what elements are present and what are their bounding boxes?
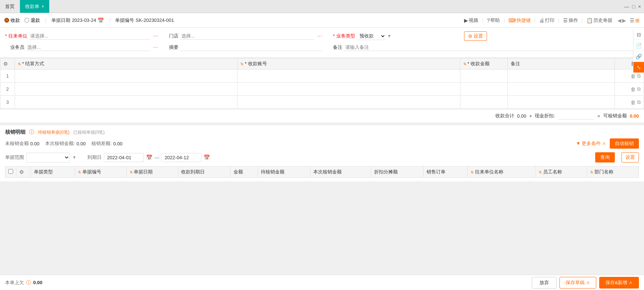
discount-input[interactable] [558,112,594,119]
unverified-label: 未核销金额 [5,140,29,147]
verifiable-value: 0.00 [630,113,639,119]
row3-settlement[interactable] [15,96,237,109]
row2-copy-btn[interactable]: ⧉ [637,86,641,92]
select-all-checkbox[interactable] [8,169,13,174]
sort-amount-icon[interactable]: ⇅ [463,62,466,66]
filter-settings-btn[interactable]: 设置 [621,152,639,162]
row1-delete-btn[interactable]: 🗑 [631,73,636,79]
row3-account[interactable] [237,96,460,109]
business-type-select[interactable]: 预收款 [357,32,386,40]
th-doc-number: ⇅ 单据编号 [75,166,126,178]
right-panel-doc-icon[interactable]: 📄 [633,40,644,51]
column-settings-icon[interactable]: ⚙ [3,61,8,67]
row2-delete-btn[interactable]: 🗑 [631,86,636,92]
auto-verify-btn[interactable]: 自动核销 [610,138,639,149]
row3-amount[interactable] [460,96,507,109]
sort-dept-icon[interactable]: ⇅ [590,170,593,174]
query-btn[interactable]: 查询 [595,152,615,162]
date-icon[interactable]: 📅 [98,17,104,23]
info-icon[interactable]: ⓘ [29,129,34,136]
more-filters-btn[interactable]: ▼ 更多条件 ∧ [576,140,606,147]
window-maximize-btn[interactable]: □ [632,4,635,9]
date-from-calendar-icon[interactable]: 📅 [146,154,152,160]
save-draft-btn[interactable]: 保存草稿 ∧ [559,277,596,289]
number-label: 单据编号 [115,17,134,24]
staff-input[interactable] [26,44,150,51]
refund-radio[interactable] [24,18,29,23]
th-amount: ⇅ * 收款金额 [460,58,507,70]
shortcut-label: 快捷键 [517,17,531,24]
abandon-btn[interactable]: 放弃 [532,277,557,289]
sort-doc-number-icon[interactable]: ⇅ [78,170,81,174]
row2-settlement[interactable] [15,83,237,96]
footer-info-icon[interactable]: ⓘ [26,279,31,286]
row3-delete-btn[interactable]: 🗑 [631,99,636,105]
save-new-btn[interactable]: 保存&新增 ∧ [599,277,639,289]
print-btn[interactable]: 🖨 打印 [539,17,554,24]
receipt-radio-label: 收款 [11,17,20,24]
verified-tab-link[interactable]: 已核销单据(0笔) [73,129,105,136]
due-date-to-input[interactable] [161,153,201,162]
row1-account[interactable] [237,70,460,83]
sort-account-icon[interactable]: ⇅ [240,62,243,66]
video-icon: ▶ [464,17,468,23]
footer-current-value: 0.00 [33,280,42,285]
counterpart-more-icon[interactable]: ··· [153,33,158,39]
business-type-arrow-icon: ▼ [387,34,392,39]
view-grid-icon[interactable]: ⊞ [635,17,640,23]
sort-settlement-icon[interactable]: ⇅ [18,62,21,66]
help-icon: ? [487,17,490,23]
row2-remarks[interactable] [507,83,614,96]
date-to-calendar-icon[interactable]: 📅 [204,154,210,160]
shortcut-btn[interactable]: ⌨ 快捷键 [508,17,531,24]
th-amount-label: * 收款金额 [467,61,490,66]
row1-copy-btn[interactable]: ⧉ [637,73,641,79]
right-panel-link-icon[interactable]: 🔗 [633,51,644,62]
tab-close-icon[interactable]: × [42,4,44,9]
history-btn[interactable]: 📋 历史单据 [586,17,612,24]
nav-prev-btn[interactable]: ◀ [617,17,621,23]
right-panel-table-icon[interactable]: ⊟ [633,29,644,40]
th-amount: 金额 [230,166,258,178]
tab-home[interactable]: 首页 [0,0,20,13]
due-date-from-input[interactable] [104,153,144,162]
sort-doc-date-icon[interactable]: ⇅ [130,170,133,174]
right-panel-expand-icon[interactable]: ⤡ [633,62,644,73]
help-btn[interactable]: ? 帮助 [487,17,500,24]
row-num-2: 2 [0,83,15,96]
date-range-select[interactable] [26,153,70,162]
sort-counterpart-icon[interactable]: ⇅ [471,170,474,174]
pending-tab-link[interactable]: 待核销单据(0笔) [38,129,70,136]
th-pending-amount: 待核销金额 [258,166,310,178]
row1-settlement[interactable] [15,70,237,83]
video-btn[interactable]: ▶ 视频 [464,17,478,24]
store-more-icon[interactable]: ··· [317,33,322,39]
due-date-label: 到期日 [87,154,102,161]
window-minimize-btn[interactable]: — [624,4,629,9]
staff-field: 业务员 ··· [5,44,158,51]
th-settlement: ⇅ * 结算方式 [15,58,237,70]
store-input[interactable] [180,32,314,40]
window-close-btn[interactable]: × [638,4,641,9]
row1-remarks[interactable] [507,70,614,83]
receipt-radio[interactable] [4,18,9,23]
data-table: ⚙ ⇅ * 结算方式 ⇅ * 收款账号 ⇅ * 收款金额 备注 [0,58,644,109]
settings-button[interactable]: ⚙ 设置 [464,31,487,41]
bottom-column-settings-icon[interactable]: ⚙ [19,169,24,175]
nav-next-btn[interactable]: ▶ [622,17,626,23]
summary-input[interactable] [180,44,322,51]
row3-remarks[interactable] [507,96,614,109]
staff-more-icon[interactable]: ··· [153,44,158,50]
row2-account[interactable] [237,83,460,96]
tab-receipt[interactable]: 收款单 × [20,0,50,13]
sort-staff-icon[interactable]: ⇅ [539,170,542,174]
row3-copy-btn[interactable]: ⧉ [637,99,641,105]
remarks-input[interactable] [344,44,639,51]
row2-amount[interactable] [460,83,507,96]
row1-amount[interactable] [460,70,507,83]
th-doc-date: ⇅ 单据日期 [126,166,178,178]
view-list-icon[interactable]: ☰ [630,17,635,23]
operations-btn[interactable]: ☰ 操作 [563,17,578,24]
footer-right: 放弃 保存草稿 ∧ 保存&新增 ∧ [532,277,639,289]
counterpart-input[interactable] [29,32,150,40]
